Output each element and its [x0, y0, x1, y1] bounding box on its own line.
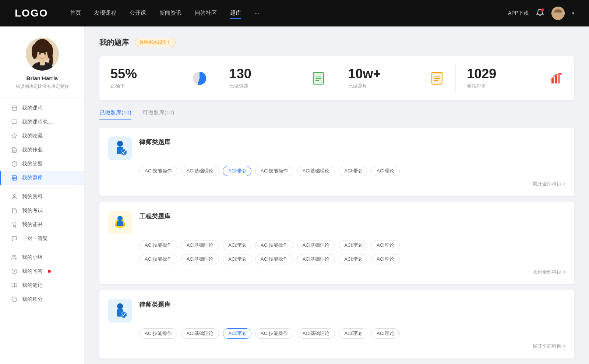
tag-lawyer2-0[interactable]: ACI技能操作: [139, 328, 177, 339]
app-download-link[interactable]: APP下载: [508, 10, 529, 17]
group-icon: [11, 254, 18, 261]
tag-lawyer2-6[interactable]: ACI理论: [371, 328, 400, 339]
tag-engineer-r2-3[interactable]: ACI技能操作: [255, 254, 293, 264]
nav-home[interactable]: 首页: [70, 8, 81, 19]
nav-more[interactable]: ···: [254, 8, 259, 19]
sidebar-item-favorites[interactable]: 我的收藏: [0, 129, 84, 143]
user-avatar-nav[interactable]: [551, 7, 565, 20]
sidebar-item-exam[interactable]: 我的考试: [0, 204, 84, 218]
sidebar-item-cert[interactable]: 我的证书: [0, 218, 84, 232]
svg-point-56: [117, 141, 123, 147]
sidebar-item-notes-label: 我的笔记: [22, 282, 43, 289]
tag-lawyer-1-5[interactable]: ACI理论: [339, 166, 367, 176]
cert-icon: [11, 221, 18, 228]
svg-point-16: [36, 55, 39, 57]
nav-qa[interactable]: 问答社区: [195, 8, 217, 19]
svg-rect-4: [554, 13, 562, 15]
tag-engineer-5[interactable]: ACI理论: [339, 240, 367, 250]
notes-icon: [11, 282, 18, 289]
stat-done-questions-label: 已做试题: [229, 83, 311, 89]
sidebar-menu: 我的课程 我的课程包... 我的收藏 我的作业: [0, 97, 84, 310]
tab-available-banks[interactable]: 可做题库(10): [142, 109, 174, 120]
sidebar-item-tutor[interactable]: 一对一答疑: [0, 232, 84, 246]
tag-lawyer-1-4[interactable]: ACI基础理论: [297, 166, 335, 176]
questions-icon: [11, 268, 18, 275]
sidebar-item-homework-label: 我的作业: [22, 147, 43, 153]
stat-ranking-icon: [549, 71, 563, 86]
tag-engineer-4[interactable]: ACI基础理论: [297, 240, 335, 250]
tag-engineer-0[interactable]: ACI技能操作: [139, 240, 177, 250]
tag-engineer-r2-1[interactable]: ACI基础理论: [181, 254, 219, 264]
tag-engineer-r2-6[interactable]: ACI理论: [371, 254, 400, 264]
user-dropdown-arrow[interactable]: ▾: [572, 11, 574, 16]
qbank-header-lawyer-2: 律师类题库: [108, 299, 565, 322]
stat-accuracy: 55% 正确率: [99, 64, 218, 93]
tag-lawyer-1-6[interactable]: ACI理论: [371, 166, 400, 176]
tag-lawyer2-4[interactable]: ACI基础理论: [297, 328, 335, 339]
tag-engineer-r2-2[interactable]: ACI理论: [223, 254, 251, 264]
sidebar-item-qa-label: 我的答疑: [22, 161, 43, 167]
qbank-header-lawyer-1: 律师类题库: [108, 136, 565, 160]
tag-lawyer-1-2[interactable]: ACI理论: [223, 166, 251, 176]
tag-lawyer2-5[interactable]: ACI理论: [339, 328, 367, 339]
sidebar-item-group[interactable]: 我的小组: [0, 250, 84, 264]
sidebar-item-qa[interactable]: 我的答疑: [0, 157, 84, 171]
sidebar-item-questions[interactable]: 我的问答: [0, 264, 84, 278]
qbank-footer-lawyer-2: 展开全部科目 >: [108, 343, 565, 350]
sidebar-item-notes[interactable]: 我的笔记: [0, 278, 84, 292]
qbank-header-engineer: 工程类题库: [108, 211, 565, 234]
svg-point-65: [117, 303, 123, 309]
tag-engineer-3[interactable]: ACI技能操作: [255, 240, 293, 250]
tag-engineer-r2-5[interactable]: ACI理论: [339, 254, 367, 264]
stat-accuracy-text: 55% 正确率: [110, 67, 192, 89]
qbank-tags-lawyer-2: ACI技能操作 ACI基础理论 ACI理论 ACI技能操作 ACI基础理论 AC…: [108, 328, 565, 339]
expand-lawyer-2[interactable]: 展开全部科目 >: [533, 343, 565, 350]
tag-lawyer2-3[interactable]: ACI技能操作: [255, 328, 293, 339]
tag-engineer-6[interactable]: ACI理论: [371, 240, 400, 250]
qbank-icon: [11, 175, 18, 181]
tag-engineer-1[interactable]: ACI基础理论: [181, 240, 219, 250]
sidebar-item-points-label: 我的积分: [22, 296, 43, 303]
navbar: LOGO 首页 发现课程 公开课 新闻资讯 问答社区 题库 ··· APP下载: [0, 0, 589, 26]
svg-point-35: [13, 222, 16, 225]
navbar-logo: LOGO: [15, 7, 48, 19]
notification-bell[interactable]: [536, 8, 544, 18]
svg-point-14: [39, 53, 41, 55]
svg-marker-24: [12, 133, 17, 138]
tag-lawyer-1-0[interactable]: ACI技能操作: [139, 166, 177, 176]
sidebar-item-homework[interactable]: 我的作业: [0, 143, 84, 157]
tag-lawyer2-1[interactable]: ACI基础理论: [181, 328, 219, 339]
svg-rect-29: [12, 176, 17, 180]
sidebar-item-exam-label: 我的考试: [22, 207, 43, 214]
nav-courses[interactable]: 发现课程: [94, 8, 116, 19]
nav-open-course[interactable]: 公开课: [130, 8, 146, 19]
tag-lawyer-1-1[interactable]: ACI基础理论: [181, 166, 219, 176]
tag-lawyer-1-3[interactable]: ACI技能操作: [255, 166, 293, 176]
tag-engineer-r2-4[interactable]: ACI基础理论: [297, 254, 335, 264]
tag-engineer-r2-0[interactable]: ACI技能操作: [139, 254, 177, 264]
sidebar-item-qbank[interactable]: 我的题库: [0, 171, 84, 185]
expand-lawyer-1[interactable]: 展开全部科目 >: [533, 181, 565, 187]
sidebar-profile: Brian Harris 错误的决定比没有决定要好: [0, 38, 84, 97]
stat-done-banks: 10w+ 已做题库: [337, 64, 456, 93]
stat-done-questions-icon: [311, 71, 326, 86]
nav-qbank[interactable]: 题库: [230, 8, 241, 19]
sidebar-item-points[interactable]: 我的积分: [0, 292, 84, 306]
sidebar-item-my-courses[interactable]: 我的课程: [0, 101, 84, 115]
homework-icon: [11, 147, 18, 153]
tag-engineer-2[interactable]: ACI理论: [223, 240, 251, 250]
sidebar-user-avatar[interactable]: [26, 38, 59, 71]
collapse-engineer[interactable]: 收起全部科目 >: [533, 269, 565, 275]
tutor-icon: [11, 235, 18, 242]
course-package-icon: [11, 119, 18, 125]
stat-ranking-text: 1029 全站排名: [467, 67, 549, 89]
tag-lawyer2-2[interactable]: ACI理论: [223, 328, 251, 339]
stat-accuracy-value: 55%: [110, 67, 192, 81]
stat-done-questions-value: 130: [229, 67, 311, 81]
sidebar-item-course-package[interactable]: 我的课程包...: [0, 115, 84, 129]
questions-notification-dot: [48, 270, 51, 273]
stat-done-questions-text: 130 已做试题: [229, 67, 311, 89]
tab-done-banks[interactable]: 已做题库(10): [99, 109, 131, 120]
sidebar-item-profile[interactable]: 我的资料: [0, 190, 84, 204]
nav-news[interactable]: 新闻资讯: [159, 8, 181, 19]
